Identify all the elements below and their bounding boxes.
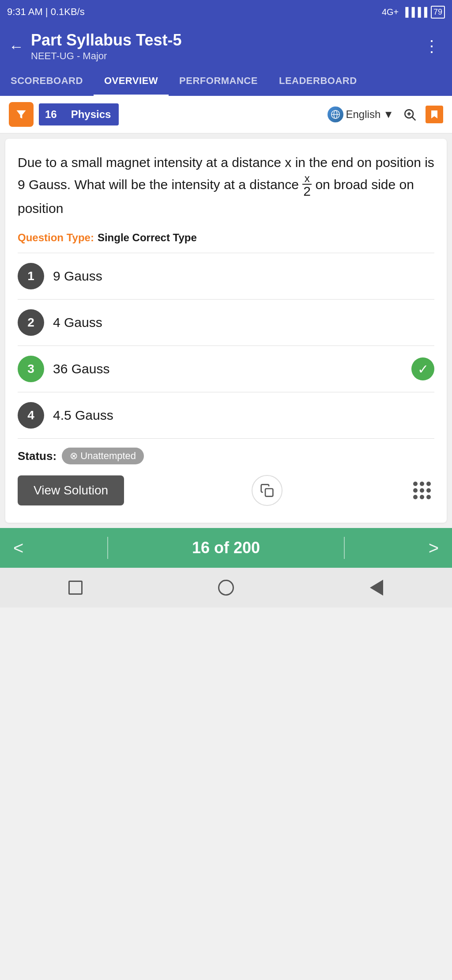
pagination-nav: < 16 of 200 > bbox=[0, 528, 452, 568]
home-icon bbox=[218, 580, 234, 596]
signal-icon: ▐▐▐▐ bbox=[402, 7, 427, 17]
grid-dot bbox=[420, 488, 424, 493]
grid-dot bbox=[426, 488, 431, 493]
svg-rect-9 bbox=[265, 489, 273, 496]
grid-dot bbox=[420, 495, 424, 499]
recent-apps-button[interactable] bbox=[67, 579, 84, 596]
question-type-label: Question Type: bbox=[18, 232, 94, 244]
nav-divider-right bbox=[344, 537, 345, 559]
option-1-row[interactable]: 1 9 Gauss bbox=[18, 253, 434, 299]
status-icons: 4G+ ▐▐▐▐ 79 bbox=[382, 6, 445, 19]
option-4-number: 4 bbox=[18, 402, 44, 429]
tab-leaderboard[interactable]: LEADERBOARD bbox=[268, 67, 368, 96]
option-4-row[interactable]: 4 4.5 Gauss bbox=[18, 392, 434, 438]
page-indicator: 16 of 200 bbox=[192, 539, 260, 557]
nav-divider-left bbox=[107, 537, 108, 559]
status-label: Status: bbox=[18, 449, 56, 463]
option-3-text: 36 Gauss bbox=[53, 361, 403, 376]
grid-dot bbox=[426, 495, 431, 499]
option-2-number: 2 bbox=[18, 309, 44, 336]
battery-icon: 79 bbox=[431, 6, 445, 19]
tab-performance[interactable]: PERFORMANCE bbox=[169, 67, 268, 96]
question-toolbar: 16 Physics English ▼ bbox=[0, 96, 452, 133]
globe-icon bbox=[328, 106, 343, 122]
status-row: Status: ⊗ Unattempted bbox=[18, 439, 434, 469]
grid-dot bbox=[413, 488, 418, 493]
network-icon: 4G+ bbox=[382, 7, 399, 17]
copy-button[interactable] bbox=[252, 475, 282, 506]
question-badge: 16 Physics bbox=[39, 103, 119, 125]
language-arrow-icon: ▼ bbox=[383, 108, 394, 121]
option-3-row[interactable]: 3 36 Gauss ✓ bbox=[18, 346, 434, 392]
app-header: ← Part Syllabus Test-5 NEET-UG - Major ⋮ bbox=[0, 24, 452, 67]
language-label: English bbox=[346, 108, 381, 121]
question-text: Due to a small magnet intensity at a dis… bbox=[18, 152, 434, 219]
question-number: 16 bbox=[39, 103, 63, 125]
subject-name: Physics bbox=[63, 103, 119, 125]
page-title: Part Syllabus Test-5 bbox=[31, 31, 181, 49]
zoom-icon bbox=[403, 107, 417, 122]
svg-line-4 bbox=[412, 117, 415, 120]
option-3-number: 3 bbox=[18, 356, 44, 382]
grid-dot bbox=[413, 482, 418, 486]
copy-icon bbox=[260, 483, 274, 498]
system-nav-bar bbox=[0, 568, 452, 608]
status-badge-text: Unattempted bbox=[80, 450, 136, 462]
status-badge-icon: ⊗ bbox=[70, 450, 78, 462]
grid-menu-button[interactable] bbox=[410, 478, 434, 503]
back-system-button[interactable] bbox=[368, 579, 385, 596]
more-options-button[interactable]: ⋮ bbox=[420, 35, 443, 57]
header-title-block: Part Syllabus Test-5 NEET-UG - Major bbox=[31, 31, 181, 62]
zoom-button[interactable] bbox=[401, 106, 418, 123]
toolbar-right: English ▼ bbox=[328, 106, 443, 123]
navigation-tabs: SCOREBOARD OVERVIEW PERFORMANCE LEADERBO… bbox=[0, 67, 452, 96]
tab-overview[interactable]: OVERVIEW bbox=[94, 67, 169, 96]
bookmark-icon bbox=[429, 109, 440, 120]
option-1-number: 1 bbox=[18, 263, 44, 289]
next-button[interactable]: > bbox=[429, 538, 439, 558]
status-badge: ⊗ Unattempted bbox=[62, 448, 144, 464]
page-subtitle: NEET-UG - Major bbox=[31, 50, 181, 62]
bookmark-button[interactable] bbox=[426, 106, 443, 123]
action-row: View Solution bbox=[18, 469, 434, 509]
grid-dot bbox=[413, 495, 418, 499]
fraction-display: x 2 bbox=[302, 173, 312, 198]
status-bar: 9:31 AM | 0.1KB/s 4G+ ▐▐▐▐ 79 bbox=[0, 0, 452, 24]
back-triangle-icon bbox=[370, 580, 383, 596]
view-solution-button[interactable]: View Solution bbox=[18, 475, 124, 505]
home-button[interactable] bbox=[217, 579, 235, 596]
question-fraction: x 2 bbox=[302, 177, 315, 192]
question-card: Due to a small magnet intensity at a dis… bbox=[5, 139, 447, 523]
language-selector[interactable]: English ▼ bbox=[328, 106, 394, 122]
grid-dot bbox=[420, 482, 424, 486]
filter-icon bbox=[15, 108, 27, 121]
correct-checkmark-icon: ✓ bbox=[411, 357, 434, 380]
recent-apps-icon bbox=[68, 581, 83, 595]
question-type-value: Single Correct Type bbox=[98, 232, 197, 244]
filter-button[interactable] bbox=[9, 102, 34, 127]
grid-dot bbox=[426, 482, 431, 486]
option-4-text: 4.5 Gauss bbox=[53, 408, 434, 423]
globe-svg bbox=[331, 110, 340, 119]
option-2-row[interactable]: 2 4 Gauss bbox=[18, 300, 434, 346]
toolbar-left: 16 Physics bbox=[9, 102, 119, 127]
prev-button[interactable]: < bbox=[13, 538, 23, 558]
tab-scoreboard[interactable]: SCOREBOARD bbox=[0, 67, 94, 96]
back-button[interactable]: ← bbox=[9, 38, 24, 55]
option-2-text: 4 Gauss bbox=[53, 315, 434, 330]
option-1-text: 9 Gauss bbox=[53, 269, 434, 284]
question-type-row: Question Type: Single Correct Type bbox=[18, 232, 434, 244]
header-left: ← Part Syllabus Test-5 NEET-UG - Major bbox=[9, 31, 181, 62]
status-time: 9:31 AM | 0.1KB/s bbox=[7, 6, 85, 18]
